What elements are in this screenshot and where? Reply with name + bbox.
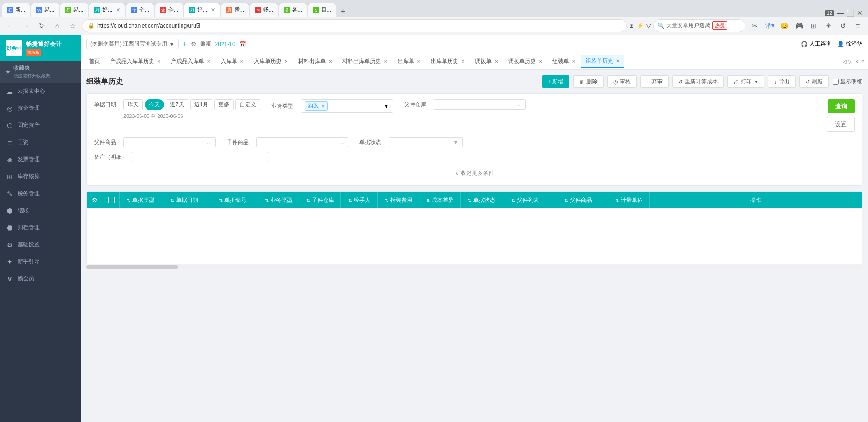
- browser-tab-5[interactable]: 个 个...: [126, 3, 154, 17]
- prod-in-close[interactable]: ✕: [207, 59, 211, 64]
- browser-tab-9[interactable]: M 畅...: [250, 3, 278, 17]
- show-detail-checkbox[interactable]: [833, 79, 839, 85]
- delete-button[interactable]: 🗑 删除: [573, 75, 604, 88]
- col-check[interactable]: [103, 192, 120, 208]
- nav-tab-mat-out[interactable]: 材料出库单 ✕: [293, 56, 337, 67]
- forward-button[interactable]: →: [19, 19, 32, 32]
- translate-icon[interactable]: 译▾: [763, 19, 776, 32]
- nav-tab-adjust-history[interactable]: 调拨单历史 ✕: [504, 56, 547, 67]
- in-history-close[interactable]: ✕: [284, 59, 288, 64]
- set-button[interactable]: 设置: [827, 117, 855, 132]
- add-button[interactable]: + 新增: [542, 75, 569, 88]
- print-dropdown[interactable]: ▼: [754, 79, 758, 84]
- new-tab-button[interactable]: +: [337, 7, 349, 17]
- out-history-close[interactable]: ✕: [461, 59, 465, 64]
- add-company-button[interactable]: +: [182, 40, 187, 48]
- custom-btn[interactable]: 自定义: [235, 99, 260, 110]
- prod-in-history-close[interactable]: ✕: [157, 59, 161, 64]
- nav-tab-in-history[interactable]: 入库单历史 ✕: [249, 56, 293, 67]
- col-biz[interactable]: ⇅ 业务类型: [258, 192, 299, 208]
- browser-tab-2[interactable]: W 易...: [31, 3, 59, 17]
- tab-scroll-right[interactable]: ▷: [848, 58, 852, 65]
- browser-tab-3[interactable]: 易 易...: [60, 3, 88, 17]
- select-all-checkbox[interactable]: [108, 197, 115, 203]
- biz-type-dropdown[interactable]: ▼: [383, 103, 389, 110]
- browser-tab-8[interactable]: 腾 腾...: [221, 3, 249, 17]
- help-button[interactable]: 🎧 人工咨询: [801, 40, 832, 48]
- biz-type-input[interactable]: 组装 × ▼: [301, 99, 393, 113]
- assembly-close[interactable]: ✕: [572, 59, 575, 64]
- nav-tab-out-order[interactable]: 出库单 ✕: [393, 56, 425, 67]
- grid-icon[interactable]: ⊞: [807, 19, 820, 32]
- show-detail-checkbox-group[interactable]: 显示明细: [833, 78, 862, 86]
- col-parent-goods[interactable]: ⇅ 父件商品: [548, 192, 608, 208]
- theme-icon[interactable]: ☀: [822, 19, 835, 32]
- period-selector[interactable]: 账期 2021-10 📅: [200, 40, 246, 48]
- nav-tab-mat-out-history[interactable]: 材料出库单历史 ✕: [338, 56, 392, 67]
- parent-warehouse-input[interactable]: ...: [434, 99, 526, 110]
- biz-type-remove[interactable]: ×: [321, 103, 324, 110]
- browser-search-bar[interactable]: 🔍 大量安卓用户逃离 热搜: [653, 19, 745, 32]
- adjust-close[interactable]: ✕: [494, 59, 498, 64]
- favorites-section[interactable]: ★ 收藏夹 快捷键打开收藏夹: [0, 61, 81, 83]
- child-goods-more[interactable]: ...: [340, 139, 344, 145]
- back-button[interactable]: ←: [4, 19, 17, 32]
- nav-tab-home[interactable]: 首页: [84, 56, 105, 67]
- nav-tab-out-history[interactable]: 出库单历史 ✕: [426, 56, 469, 67]
- browser-lightning-button[interactable]: ⚡: [637, 23, 644, 29]
- browser-tab-1[interactable]: 在 新...: [2, 3, 30, 17]
- export-button[interactable]: ↓ 导出: [768, 75, 796, 88]
- nav-tab-prod-in[interactable]: 产成品入库单 ✕: [166, 56, 215, 67]
- user-button[interactable]: 👤 徐泽华: [837, 40, 862, 48]
- mat-out-close[interactable]: ✕: [328, 59, 332, 64]
- browser-tab-10[interactable]: 各 各...: [279, 3, 307, 17]
- sidebar-item-settings[interactable]: ⚙ 基础设置: [0, 236, 81, 253]
- sidebar-item-invoice[interactable]: ◈ 发票管理: [0, 151, 81, 168]
- query-button[interactable]: 查询: [828, 99, 855, 113]
- tab-settings-icon[interactable]: ≡: [861, 58, 864, 65]
- emoji-icon[interactable]: 😊: [778, 19, 791, 32]
- browser-tab-7[interactable]: 好 好... ✕: [184, 3, 220, 17]
- sidebar-item-tax[interactable]: ✎ 税务管理: [0, 185, 81, 202]
- sidebar-item-guide[interactable]: ✦ 新手引导: [0, 253, 81, 270]
- history-icon[interactable]: ↺: [837, 19, 850, 32]
- browser-qr-button[interactable]: ⊞: [629, 23, 634, 29]
- yesterday-btn[interactable]: 昨天: [123, 99, 143, 110]
- col-diff[interactable]: ⇅ 成本差异: [419, 192, 461, 208]
- remark-input[interactable]: [131, 152, 269, 162]
- tab-close-4[interactable]: ✕: [116, 7, 120, 13]
- address-bar[interactable]: 🔒 https://cloud.chanjet.com/accounting/u…: [82, 19, 627, 32]
- table-settings-icon[interactable]: ⚙: [92, 197, 98, 204]
- col-parent-list[interactable]: ⇅ 父件列表: [502, 192, 548, 208]
- col-num[interactable]: ⇅ 单据编号: [207, 192, 258, 208]
- nav-tab-assembly[interactable]: 组装单 ✕: [548, 56, 580, 67]
- minimize-button[interactable]: —: [837, 9, 844, 17]
- sidebar-item-fund[interactable]: ◎ 资金管理: [0, 100, 81, 117]
- order-status-dropdown[interactable]: ▼: [453, 139, 458, 145]
- adjust-history-close[interactable]: ✕: [539, 59, 542, 64]
- sidebar-item-inventory[interactable]: ⊞ 库存核算: [0, 168, 81, 185]
- parent-warehouse-more[interactable]: ...: [517, 101, 522, 108]
- col-dismantle[interactable]: ⇅ 拆装费用: [378, 192, 419, 208]
- nav-tab-adjust[interactable]: 调拨单 ✕: [470, 56, 503, 67]
- refresh-button[interactable]: ↺ 刷新: [799, 75, 829, 88]
- tab-close-all[interactable]: ✕: [855, 58, 859, 65]
- nav-tab-in-order[interactable]: 入库单 ✕: [216, 56, 248, 67]
- audit-button[interactable]: ◎ 审核: [607, 75, 637, 88]
- browser-expand-button[interactable]: ▽: [646, 23, 651, 29]
- parent-goods-more[interactable]: ...: [207, 139, 211, 145]
- print-button[interactable]: 🖨 打印 ▼: [727, 75, 764, 88]
- mat-out-history-close[interactable]: ✕: [384, 59, 387, 64]
- sidebar-item-member[interactable]: V 畅会员: [0, 270, 81, 287]
- menu-icon[interactable]: ≡: [851, 19, 864, 32]
- bookmark-button[interactable]: ☆: [66, 19, 79, 32]
- assembly-history-close[interactable]: ✕: [616, 58, 620, 64]
- col-status[interactable]: ⇅ 单据状态: [461, 192, 502, 208]
- col-unit[interactable]: ⇅ 计量单位: [608, 192, 650, 208]
- nav-tab-prod-in-history[interactable]: 产成品入库单历史 ✕: [106, 56, 165, 67]
- browser-tab-11[interactable]: S 目...: [308, 3, 336, 17]
- col-date[interactable]: ⇅ 单据日期: [161, 192, 207, 208]
- sidebar-item-checkout[interactable]: ⬢ 结账: [0, 202, 81, 219]
- last-month-btn[interactable]: 近1月: [190, 99, 213, 110]
- tab-close-7[interactable]: ✕: [211, 7, 215, 13]
